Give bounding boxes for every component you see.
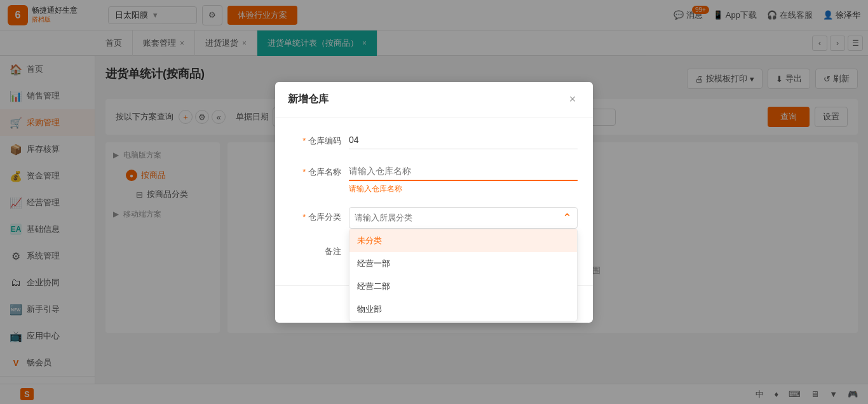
- warehouse-category-input-box[interactable]: ⌃: [349, 207, 578, 229]
- new-warehouse-modal: 新增仓库 × * 仓库编码 * 仓库名称: [275, 82, 593, 323]
- warehouse-category-label: * 仓库分类: [290, 207, 341, 223]
- warehouse-remark-label: 备注: [290, 241, 341, 257]
- dropdown-item-property[interactable]: 物业部: [349, 298, 577, 321]
- warehouse-code-label: * 仓库编码: [290, 131, 341, 147]
- warehouse-code-row: * 仓库编码: [290, 131, 578, 149]
- warehouse-name-error: 请输入仓库名称: [349, 184, 578, 194]
- category-dropdown-popup: 未分类 经营一部 经营二部 物业部: [349, 229, 578, 321]
- warehouse-name-row: * 仓库名称 请输入仓库名称: [290, 162, 578, 194]
- warehouse-code-field: [349, 131, 578, 149]
- modal-overlay[interactable]: 新增仓库 × * 仓库编码 * 仓库名称: [0, 0, 868, 404]
- warehouse-code-input[interactable]: [349, 131, 578, 149]
- warehouse-name-label: * 仓库名称: [290, 162, 341, 178]
- warehouse-category-input[interactable]: [355, 213, 562, 222]
- modal-close-button[interactable]: ×: [565, 92, 580, 107]
- dropdown-item-ops1[interactable]: 经营一部: [349, 252, 577, 275]
- modal-body: * 仓库编码 * 仓库名称 请输入仓库名称: [275, 118, 593, 285]
- modal-header: 新增仓库 ×: [275, 82, 593, 118]
- warehouse-name-input[interactable]: [349, 162, 578, 181]
- dropdown-item-unclassified[interactable]: 未分类: [349, 229, 577, 252]
- warehouse-category-field: ⌃ 未分类 经营一部 经营二部 物业部: [349, 207, 578, 229]
- warehouse-category-row: * 仓库分类 ⌃ 未分类 经营一部 经营二部 物业部: [290, 207, 578, 229]
- category-dropdown-toggle[interactable]: ⌃: [562, 211, 572, 225]
- dropdown-item-ops2[interactable]: 经营二部: [349, 275, 577, 298]
- modal-title: 新增仓库: [288, 93, 329, 106]
- warehouse-name-field: 请输入仓库名称: [349, 162, 578, 194]
